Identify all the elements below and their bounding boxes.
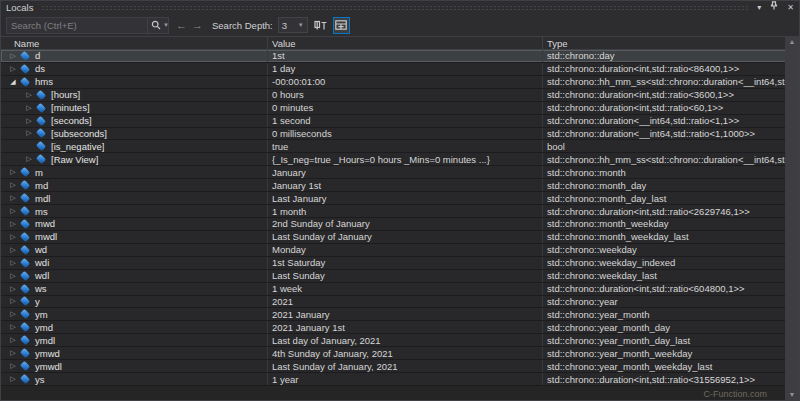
expand-collapse-icon[interactable]: ▷ [25, 129, 33, 137]
value-cell[interactable]: Last January [268, 192, 543, 204]
scroll-down-icon[interactable]: ▼ [789, 389, 796, 400]
search-depth-select[interactable]: 3 ▼ [278, 17, 308, 33]
scroll-up-icon[interactable]: ▲ [789, 36, 796, 47]
table-row[interactable]: ▷ds1 daystd::chrono::duration<int,std::r… [1, 63, 787, 76]
value-cell[interactable]: Last Sunday [268, 270, 543, 282]
expand-collapse-icon[interactable]: ▷ [9, 181, 17, 189]
table-row[interactable]: ▷[subseconds]0 millisecondsstd::chrono::… [1, 128, 787, 141]
expand-collapse-icon[interactable]: ▷ [9, 259, 17, 267]
value-cell[interactable]: January [268, 166, 543, 178]
value-cell[interactable]: 1 month [268, 205, 543, 217]
grid-display-button[interactable] [333, 17, 350, 34]
table-row[interactable]: ▷ymdlLast day of January, 2021std::chron… [1, 334, 787, 347]
value-cell[interactable]: January 1st [268, 179, 543, 191]
expand-collapse-icon[interactable]: ▷ [25, 117, 33, 125]
value-cell[interactable]: Monday [268, 244, 543, 256]
expand-collapse-icon[interactable]: ▷ [9, 52, 17, 60]
locals-tool-window: { "window": { "title": "Locals" }, "titl… [0, 0, 800, 401]
value-cell[interactable]: 1 week [268, 283, 543, 295]
column-header-name[interactable]: Name [1, 37, 268, 49]
table-row[interactable]: ▷mdlLast Januarystd::chrono::month_day_l… [1, 192, 787, 205]
column-header-type[interactable]: Type [543, 37, 787, 49]
search-button[interactable]: ▼ [147, 18, 172, 33]
expand-collapse-icon[interactable]: ▷ [9, 297, 17, 305]
expand-collapse-icon[interactable]: ◢ [9, 78, 17, 86]
expand-collapse-icon[interactable]: ▷ [9, 336, 17, 344]
table-row[interactable]: ▷mdJanuary 1ststd::chrono::month_day [1, 179, 787, 192]
expand-collapse-icon[interactable]: ▷ [25, 104, 33, 112]
value-cell[interactable]: 1st [268, 50, 543, 62]
value-cell[interactable]: 2021 January [268, 308, 543, 320]
value-cell[interactable]: -00:00:01:00 [268, 76, 543, 88]
value-cell[interactable]: 1 year [268, 373, 543, 385]
text-display-button[interactable] [312, 17, 329, 34]
table-row[interactable]: ▷ys1 yearstd::chrono::duration<int,std::… [1, 373, 787, 386]
vertical-scrollbar[interactable]: ▲ ▼ [785, 36, 799, 400]
expand-collapse-icon[interactable]: ▷ [9, 272, 17, 280]
value-cell[interactable]: true [268, 140, 543, 152]
expand-collapse-icon[interactable]: ▷ [9, 323, 17, 331]
table-row[interactable]: ▷ymwd4th Sunday of January, 2021std::chr… [1, 347, 787, 360]
table-row[interactable]: ▷[hours]0 hoursstd::chrono::duration<int… [1, 89, 787, 102]
table-row[interactable]: ▷ym2021 Januarystd::chrono::year_month [1, 308, 787, 321]
expand-collapse-icon[interactable]: ▷ [9, 168, 17, 176]
tool-window-titlebar[interactable]: Locals ▾ ✕ [1, 1, 799, 14]
table-row[interactable]: ▷ymwdlLast Sunday of January, 2021std::c… [1, 360, 787, 373]
table-row[interactable]: ▷mwd2nd Sunday of Januarystd::chrono::mo… [1, 218, 787, 231]
search-options-chevron-icon[interactable]: ▼ [163, 22, 169, 28]
table-row[interactable]: ▷wdi1st Saturdaystd::chrono::weekday_ind… [1, 257, 787, 270]
expand-collapse-icon[interactable]: ▷ [9, 246, 17, 254]
table-row[interactable]: ▷[minutes]0 minutesstd::chrono::duration… [1, 102, 787, 115]
value-cell[interactable]: Last day of January, 2021 [268, 334, 543, 346]
table-row[interactable]: [is_negative]truebool [1, 140, 787, 153]
table-row[interactable]: ▷[seconds]1 secondstd::chrono::duration<… [1, 115, 787, 128]
table-row[interactable]: ▷y2021std::chrono::year [1, 296, 787, 309]
value-cell[interactable]: 1st Saturday [268, 257, 543, 269]
expand-collapse-icon[interactable]: ▷ [9, 207, 17, 215]
value-cell[interactable]: Last Sunday of January, 2021 [268, 360, 543, 372]
window-position-icon[interactable]: ▾ [757, 4, 761, 12]
pin-icon[interactable] [770, 1, 778, 12]
search-box: ▼ [6, 17, 169, 34]
value-cell[interactable]: 2021 January 1st [268, 321, 543, 333]
expand-collapse-icon[interactable]: ▷ [9, 362, 17, 370]
value-cell[interactable]: 2nd Sunday of January [268, 218, 543, 230]
expand-collapse-icon[interactable]: ▷ [9, 194, 17, 202]
expand-collapse-icon[interactable]: ▷ [9, 220, 17, 228]
expand-collapse-icon[interactable]: ▷ [25, 155, 33, 163]
value-cell[interactable]: {_Is_neg=true _Hours=0 hours _Mins=0 min… [268, 153, 543, 165]
expand-collapse-icon[interactable]: ▷ [9, 65, 17, 73]
table-row[interactable]: ▷ymd2021 January 1ststd::chrono::year_mo… [1, 321, 787, 334]
column-header-value[interactable]: Value [268, 37, 543, 49]
table-row[interactable]: ▷d1ststd::chrono::day [1, 50, 787, 63]
close-icon[interactable]: ✕ [787, 4, 794, 12]
table-row[interactable]: ▷ws1 weekstd::chrono::duration<int,std::… [1, 283, 787, 296]
expand-collapse-icon[interactable]: ▷ [9, 349, 17, 357]
table-row[interactable]: ▷wdMondaystd::chrono::weekday [1, 244, 787, 257]
type-cell: std::chrono::year_month_day [543, 321, 787, 333]
table-row[interactable]: ▷mJanuarystd::chrono::month [1, 166, 787, 179]
previous-result-icon[interactable]: ← [176, 20, 187, 31]
value-cell[interactable]: Last Sunday of January [268, 231, 543, 243]
type-cell: bool [543, 140, 787, 152]
table-row[interactable]: ▷wdlLast Sundaystd::chrono::weekday_last [1, 270, 787, 283]
search-input[interactable] [7, 18, 147, 33]
expand-collapse-icon[interactable]: ▷ [9, 233, 17, 241]
value-cell[interactable]: 0 minutes [268, 102, 543, 114]
next-result-icon[interactable]: → [192, 20, 203, 31]
value-cell[interactable]: 0 milliseconds [268, 128, 543, 140]
table-row[interactable]: ▷mwdlLast Sunday of Januarystd::chrono::… [1, 231, 787, 244]
value-cell[interactable]: 4th Sunday of January, 2021 [268, 347, 543, 359]
expand-collapse-icon[interactable]: ▷ [9, 375, 17, 383]
expand-collapse-icon[interactable]: ▷ [9, 310, 17, 318]
value-cell[interactable]: 1 day [268, 63, 543, 75]
table-row[interactable]: ▷[Raw View]{_Is_neg=true _Hours=0 hours … [1, 153, 787, 166]
expand-collapse-icon[interactable]: ▷ [9, 285, 17, 293]
type-cell: std::chrono::duration<int,std::ratio<60,… [543, 102, 787, 114]
value-cell[interactable]: 1 second [268, 115, 543, 127]
value-cell[interactable]: 0 hours [268, 89, 543, 101]
table-row[interactable]: ◢hms-00:00:01:00std::chrono::hh_mm_ss<st… [1, 76, 787, 89]
value-cell[interactable]: 2021 [268, 296, 543, 308]
expand-collapse-icon[interactable]: ▷ [25, 91, 33, 99]
table-row[interactable]: ▷ms1 monthstd::chrono::duration<int,std:… [1, 205, 787, 218]
